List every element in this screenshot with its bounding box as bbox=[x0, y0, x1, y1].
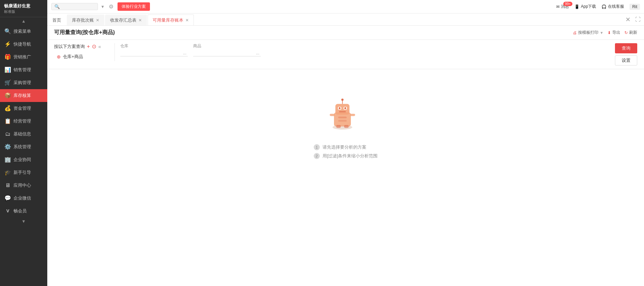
sidebar-item-marketing[interactable]: 🎁 营销推广 bbox=[0, 51, 47, 63]
topbar: 🔍 ▼ ⚙ 体验行业方案 ✉ 消息 99+ 📱 App下载 🎧 在线 bbox=[47, 0, 644, 14]
sidebar-item-newbie[interactable]: 🎓 新手引导 bbox=[0, 166, 47, 179]
goods-input[interactable]: ... bbox=[193, 50, 261, 56]
enterprise-wechat-icon: 💬 bbox=[5, 195, 11, 201]
sidebar-item-sales[interactable]: 📊 销售管理 bbox=[0, 63, 47, 76]
sidebar-item-enterprise-wechat[interactable]: 💬 企业微信 bbox=[0, 192, 47, 205]
close-all-tabs-btn[interactable]: ✕ bbox=[625, 16, 630, 23]
sidebar-item-members[interactable]: V 畅会员 bbox=[0, 205, 47, 217]
filter-scheme-panel: 按以下方案查询 + ⊙ « ⊕ 仓库+商品 bbox=[54, 43, 115, 61]
username: Rit bbox=[632, 4, 637, 9]
filter-field-goods: 商品 ... bbox=[193, 43, 261, 56]
operations-icon: 📋 bbox=[5, 118, 11, 124]
print-btn[interactable]: 🖨 按模板打印 ▼ bbox=[573, 30, 603, 35]
scheme-item-warehouse-goods[interactable]: ⊕ 仓库+商品 bbox=[54, 52, 110, 61]
export-btn[interactable]: ⬇ 导出 bbox=[608, 30, 620, 35]
goods-more-btn[interactable]: ... bbox=[256, 51, 259, 55]
tab-batch-account-close[interactable]: ✕ bbox=[96, 18, 99, 22]
sidebar-label-operations: 经营管理 bbox=[14, 118, 31, 124]
sidebar-item-inventory[interactable]: 📦 库存核算 bbox=[0, 89, 47, 102]
page-header: 可用量查询(按仓库+商品) 🖨 按模板打印 ▼ ⬇ 导出 ↻ 刷新 bbox=[47, 26, 644, 40]
tab-receive-summary[interactable]: 收发存汇总表 ✕ bbox=[105, 15, 147, 25]
app-subtitle: 标准版 bbox=[4, 9, 43, 14]
empty-state: 1 请先选择要分析的方案 2 用[过滤]条件来缩小分析范围 bbox=[47, 70, 644, 186]
tab-available-ledger-close[interactable]: ✕ bbox=[185, 18, 189, 22]
sales-icon: 📊 bbox=[5, 67, 11, 73]
svg-rect-14 bbox=[336, 125, 340, 128]
warehouse-more-btn[interactable]: ... bbox=[183, 51, 186, 55]
tab-receive-summary-close[interactable]: ✕ bbox=[138, 18, 142, 22]
sidebar-label-enterprise: 企业协同 bbox=[14, 157, 31, 163]
message-btn[interactable]: ✉ 消息 99+ bbox=[556, 4, 569, 9]
scroll-down-btn[interactable]: ▼ bbox=[0, 217, 47, 225]
sidebar-item-shortcut[interactable]: ⚡ 快捷导航 bbox=[0, 38, 47, 51]
tab-home[interactable]: 首页 bbox=[47, 15, 66, 25]
filter-field-warehouse: 仓库 ... bbox=[120, 43, 188, 56]
online-service-btn[interactable]: 🎧 在线客服 bbox=[601, 4, 624, 9]
app-download-label: App下载 bbox=[581, 4, 596, 9]
sidebar-item-app-center[interactable]: 🖥 应用中心 bbox=[0, 179, 47, 192]
sidebar-label-inventory: 库存核算 bbox=[14, 93, 31, 99]
print-dropdown-icon[interactable]: ▼ bbox=[600, 31, 603, 35]
app-download-btn[interactable]: 📱 App下载 bbox=[574, 4, 596, 9]
tabs-bar: 首页 库存批次账 ✕ 收发存汇总表 ✕ 可用量库存账本 ✕ ✕ ⛶ bbox=[47, 14, 644, 26]
app-center-icon: 🖥 bbox=[5, 182, 11, 188]
sidebar-label-enterprise-wechat: 企业微信 bbox=[14, 195, 31, 201]
filter-scheme-title: 按以下方案查询 bbox=[54, 44, 85, 50]
refresh-label: 刷新 bbox=[629, 30, 637, 35]
main-content: 🔍 ▼ ⚙ 体验行业方案 ✉ 消息 99+ 📱 App下载 🎧 在线 bbox=[47, 0, 644, 286]
sidebar-item-enterprise[interactable]: 🏢 企业协同 bbox=[0, 153, 47, 166]
print-icon: 🖨 bbox=[573, 30, 577, 35]
sidebar-item-finance[interactable]: 💰 资金管理 bbox=[0, 102, 47, 115]
sidebar-logo: 畅康通好生意 标准版 bbox=[0, 0, 47, 17]
user-menu[interactable]: Rit bbox=[629, 4, 640, 10]
gear-icon[interactable]: ⚙ bbox=[109, 3, 113, 10]
expand-btn[interactable]: ⛶ bbox=[635, 17, 641, 23]
print-label: 按模板打印 bbox=[578, 30, 598, 35]
dropdown-btn[interactable]: ▼ bbox=[101, 4, 105, 9]
sidebar-item-system[interactable]: ⚙️ 系统管理 bbox=[0, 140, 47, 153]
trial-btn[interactable]: 体验行业方案 bbox=[118, 2, 150, 11]
goods-text-input[interactable] bbox=[195, 50, 255, 55]
tab-available-ledger-label: 可用量库存账本 bbox=[153, 17, 183, 23]
hint-num-2: 2 bbox=[314, 153, 320, 159]
settings-button[interactable]: 设置 bbox=[615, 55, 637, 66]
hint-num-1: 1 bbox=[314, 144, 320, 150]
sidebar-item-purchase[interactable]: 🛒 采购管理 bbox=[0, 76, 47, 89]
query-button[interactable]: 查询 bbox=[615, 43, 637, 53]
search-icon-topbar: 🔍 bbox=[54, 4, 60, 9]
sidebar-item-operations[interactable]: 📋 经营管理 bbox=[0, 115, 47, 128]
sidebar-label-system: 系统管理 bbox=[14, 144, 31, 150]
refresh-icon: ↻ bbox=[624, 30, 628, 35]
svg-rect-15 bbox=[344, 125, 349, 128]
page-title: 可用量查询(按仓库+商品) bbox=[54, 29, 115, 36]
scroll-up-btn[interactable]: ▲ bbox=[0, 17, 47, 25]
sidebar-label-marketing: 营销推广 bbox=[14, 54, 31, 60]
tab-available-ledger[interactable]: 可用量库存账本 ✕ bbox=[148, 15, 194, 25]
tab-batch-account-label: 库存批次账 bbox=[72, 17, 94, 23]
marketing-icon: 🎁 bbox=[5, 54, 11, 60]
tab-home-label: 首页 bbox=[52, 17, 61, 23]
sidebar-item-base-info[interactable]: 🗂 基础信息 bbox=[0, 128, 47, 140]
sidebar-item-search[interactable]: 🔍 搜索菜单 bbox=[0, 25, 47, 38]
scheme-icon: ⊕ bbox=[57, 54, 61, 59]
headset-icon: 🎧 bbox=[601, 4, 607, 9]
warehouse-input[interactable]: ... bbox=[120, 50, 188, 56]
hint-text-2: 用[过滤]条件来缩小分析范围 bbox=[323, 153, 378, 159]
filter-scheme-header: 按以下方案查询 + ⊙ « bbox=[54, 43, 110, 50]
scheme-collapse-btn[interactable]: « bbox=[98, 44, 101, 49]
scheme-settings-btn[interactable]: ⊙ bbox=[92, 43, 96, 50]
search-box[interactable]: 🔍 bbox=[51, 3, 98, 10]
hint-text-1: 请先选择要分析的方案 bbox=[323, 144, 366, 150]
add-scheme-btn[interactable]: + bbox=[87, 44, 90, 50]
goods-field-label: 商品 bbox=[193, 43, 261, 49]
system-icon: ⚙️ bbox=[5, 144, 11, 150]
hint-item-2: 2 用[过滤]条件来缩小分析范围 bbox=[314, 153, 378, 159]
search-input[interactable] bbox=[61, 4, 95, 9]
search-icon: 🔍 bbox=[5, 28, 11, 34]
refresh-btn[interactable]: ↻ 刷新 bbox=[624, 30, 637, 35]
warehouse-text-input[interactable] bbox=[122, 50, 182, 55]
sidebar-label-app-center: 应用中心 bbox=[14, 182, 31, 188]
sidebar-label-finance: 资金管理 bbox=[14, 105, 31, 111]
empty-hints: 1 请先选择要分析的方案 2 用[过滤]条件来缩小分析范围 bbox=[314, 144, 378, 159]
tab-batch-account[interactable]: 库存批次账 ✕ bbox=[67, 15, 104, 25]
